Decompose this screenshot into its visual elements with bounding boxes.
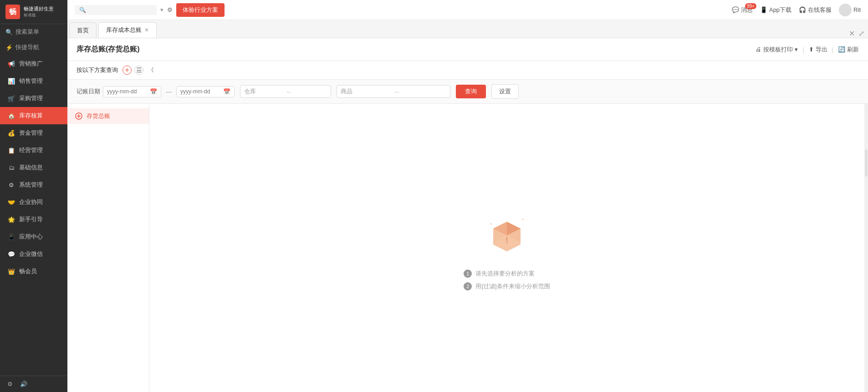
print-chevron-icon[interactable]: ▾ xyxy=(795,46,798,53)
date-separator: — xyxy=(166,88,172,95)
quick-nav[interactable]: ⚡ 快捷导航 xyxy=(0,40,67,55)
empty-hints: 1 请先选择要分析的方案 2 用[过滤]条件来缩小分析范围 xyxy=(464,270,550,290)
sidebar-item-apps[interactable]: 📱 应用中心 xyxy=(0,228,67,245)
main-content: 🔍 ▾ ⚙ 体验行业方案 💬 消息 99+ 📱 App下载 🎧 在线客服 xyxy=(67,0,868,392)
warehouse-select[interactable]: 仓库 ··· xyxy=(240,85,331,98)
message-icon: 💬 xyxy=(732,6,739,13)
scheme-item-inventory-ledger[interactable]: 存货总账 xyxy=(67,108,149,124)
settings-bottom-icon[interactable]: ⚙ xyxy=(7,381,13,387)
settings-btn[interactable]: 设置 xyxy=(491,84,519,99)
page-title: 库存总账(存货总账) xyxy=(77,45,140,61)
sidebar-item-newbie[interactable]: 🌟 新手引导 xyxy=(0,211,67,228)
search-menu[interactable]: 🔍 搜索菜单 xyxy=(0,24,67,40)
date-end-input[interactable] xyxy=(180,88,221,95)
scheme-settings-btn[interactable]: ☰ xyxy=(134,66,143,75)
date-end-input-wrap[interactable]: 📅 xyxy=(176,86,235,97)
sidebar-item-wechat[interactable]: 💬 企业微信 xyxy=(0,245,67,263)
svg-point-8 xyxy=(490,223,492,225)
print-btn[interactable]: 🖨 按模板打印 ▾ xyxy=(756,46,798,54)
sidebar-item-label: 企业协同 xyxy=(19,198,43,206)
username: Rit xyxy=(853,6,861,13)
online-service-btn[interactable]: 🎧 在线客服 xyxy=(799,6,832,14)
dropdown-chevron-icon[interactable]: ▾ xyxy=(160,6,163,13)
message-btn[interactable]: 💬 消息 99+ xyxy=(732,6,753,14)
gear-icon[interactable]: ⚙ xyxy=(167,6,173,13)
scheme-item-label: 存货总账 xyxy=(87,112,110,120)
phone-icon: 📱 xyxy=(760,6,767,13)
message-badge: 99+ xyxy=(745,3,756,9)
sidebar-footer: ⚙ 🔊 xyxy=(0,376,67,392)
sidebar-item-label: 应用中心 xyxy=(19,233,43,241)
date-start-input-wrap[interactable]: 📅 xyxy=(103,86,161,97)
calendar-start-icon[interactable]: 📅 xyxy=(150,88,157,95)
hint-num-1: 1 xyxy=(464,270,472,278)
warehouse-more-icon[interactable]: ··· xyxy=(286,88,327,95)
sidebar: 畅 畅捷通好生意 标准版 🔍 搜索菜单 ⚡ 快捷导航 📢 营销推广 📊 销售管理… xyxy=(0,0,67,392)
app-badge: 标准版 xyxy=(24,12,54,18)
tab-controls: ✕ ⤢ xyxy=(849,29,868,38)
sidebar-item-label: 采购管理 xyxy=(19,94,43,102)
online-service-label: 在线客服 xyxy=(808,6,832,14)
operation-icon: 📋 xyxy=(7,146,15,154)
empty-hint-2: 2 用[过滤]条件来缩小分析范围 xyxy=(464,282,550,290)
sidebar-item-capital[interactable]: 💰 资金管理 xyxy=(0,124,67,142)
cooperation-icon: 🤝 xyxy=(7,198,15,206)
sidebar-item-vip[interactable]: 👑 畅会员 xyxy=(0,263,67,280)
add-scheme-btn[interactable]: + xyxy=(123,66,132,75)
svg-text:!: ! xyxy=(505,236,508,245)
industry-btn[interactable]: 体验行业方案 xyxy=(176,3,225,17)
calendar-end-icon[interactable]: 📅 xyxy=(223,88,230,95)
sidebar-item-basic[interactable]: 🗂 基础信息 xyxy=(0,159,67,176)
app-download-btn[interactable]: 📱 App下载 xyxy=(760,6,791,14)
sidebar-item-marketing[interactable]: 📢 营销推广 xyxy=(0,55,67,72)
header-left: 🔍 ▾ ⚙ 体验行业方案 xyxy=(75,3,726,17)
scrollbar-handle[interactable] xyxy=(865,149,868,177)
hint-num-2: 2 xyxy=(464,282,472,290)
logo-area: 畅 畅捷通好生意 标准版 xyxy=(0,0,67,24)
quick-nav-label: 快捷导航 xyxy=(15,43,39,51)
empty-area: ! 1 请先选择要分析的方案 2 用[过滤]条件来缩小分析范围 xyxy=(149,104,864,392)
tab-close-icon[interactable]: ✕ xyxy=(144,27,149,33)
system-icon: ⚙ xyxy=(7,181,15,189)
sidebar-item-cooperation[interactable]: 🤝 企业协同 xyxy=(0,193,67,211)
date-start-input[interactable] xyxy=(107,88,148,95)
sidebar-item-inventory[interactable]: 🏠 库存核算 xyxy=(0,107,67,124)
goods-select[interactable]: 商品 ··· xyxy=(337,85,450,98)
nav-list: 📢 营销推广 📊 销售管理 🛒 采购管理 🏠 库存核算 💰 资金管理 📋 经营管… xyxy=(0,55,67,376)
sidebar-item-label: 系统管理 xyxy=(19,181,43,189)
warehouse-label: 仓库 xyxy=(244,87,285,96)
query-btn[interactable]: 查询 xyxy=(456,85,486,98)
user-avatar[interactable]: Rit xyxy=(839,4,861,16)
export-btn[interactable]: ⬆ 导出 xyxy=(809,46,827,54)
divider2: | xyxy=(832,46,833,53)
goods-more-icon[interactable]: ··· xyxy=(394,88,446,95)
page-actions: 🖨 按模板打印 ▾ | ⬆ 导出 | 🔄 刷新 xyxy=(756,46,859,60)
sidebar-item-purchase[interactable]: 🛒 采购管理 xyxy=(0,90,67,107)
sidebar-item-label: 基础信息 xyxy=(19,163,43,172)
right-scrollbar xyxy=(864,104,868,392)
expand-icon[interactable]: ⤢ xyxy=(858,29,864,38)
collapse-icon[interactable]: 《 xyxy=(148,66,154,74)
tabs-bar: 首页 库存成本总账 ✕ ✕ ⤢ xyxy=(67,20,868,38)
logo-text-area: 畅捷通好生意 标准版 xyxy=(24,5,54,18)
inventory-icon: 🏠 xyxy=(7,112,15,120)
sidebar-item-label: 库存核算 xyxy=(19,112,43,120)
speaker-icon[interactable]: 🔊 xyxy=(20,381,27,387)
quick-nav-icon: ⚡ xyxy=(5,44,13,51)
sidebar-item-system[interactable]: ⚙ 系统管理 xyxy=(0,176,67,193)
tab-inventory-cost[interactable]: 库存成本总账 ✕ xyxy=(98,22,157,38)
refresh-btn[interactable]: 🔄 刷新 xyxy=(838,46,859,54)
sidebar-item-label: 营销推广 xyxy=(19,60,43,68)
tab-home[interactable]: 首页 xyxy=(69,22,97,38)
sidebar-item-label: 经营管理 xyxy=(19,146,43,154)
sidebar-item-operation[interactable]: 📋 经营管理 xyxy=(0,142,67,159)
top-search-box[interactable]: 🔍 xyxy=(75,5,157,15)
print-label: 按模板打印 xyxy=(763,46,793,54)
svg-point-9 xyxy=(522,219,524,220)
sidebar-item-label: 畅会员 xyxy=(19,267,37,275)
sidebar-item-sales[interactable]: 📊 销售管理 xyxy=(0,72,67,90)
close-panel-icon[interactable]: ✕ xyxy=(849,29,855,38)
sidebar-item-label: 资金管理 xyxy=(19,129,43,137)
filter-row: 记账日期 📅 — 📅 仓库 ··· 商品 ··· 查询 设置 xyxy=(67,80,868,104)
top-header: 🔍 ▾ ⚙ 体验行业方案 💬 消息 99+ 📱 App下载 🎧 在线客服 xyxy=(67,0,868,20)
